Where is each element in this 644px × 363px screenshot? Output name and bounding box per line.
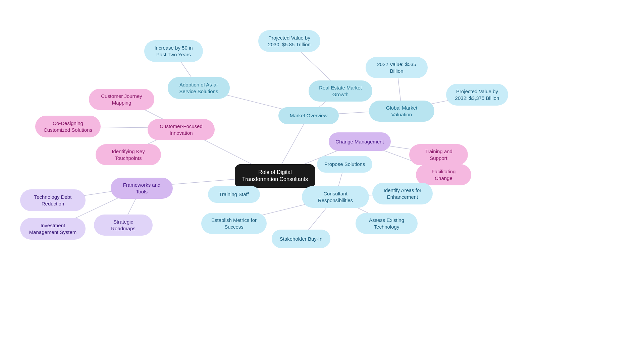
node-adoptionService: Adoption of As-a-Service Solutions (168, 77, 230, 99)
node-strategicRoadmaps: Strategic Roadmaps (94, 215, 153, 236)
node-projectedValue2032: Projected Value by 2032: $3,375 Billion (446, 84, 508, 106)
node-identifyingKey: Identifying Key Touchpoints (96, 144, 161, 165)
node-establishMetrics: Establish Metrics for Success (201, 213, 267, 234)
node-frameworksTools: Frameworks and Tools (111, 178, 173, 199)
node-assessExisting: Assess Existing Technology (356, 213, 418, 234)
node-trainingSupport: Training and Support (409, 144, 468, 165)
node-investmentMgmt: Investment Management System (20, 218, 86, 240)
node-customerJourney: Customer Journey Mapping (89, 89, 154, 110)
node-identifyAreas: Identify Areas for Enhancement (372, 183, 433, 204)
node-facilitatingChange: Facilitating Change (416, 164, 471, 185)
node-globalMarket: Global Market Valuation (369, 101, 434, 122)
node-trainingStaff: Training Staff (208, 186, 260, 203)
node-coDesigning: Co-Designing Customized Solutions (35, 116, 101, 137)
node-consultantResp: Consultant Responsibilities (302, 186, 369, 208)
node-stakeholderBuyIn: Stakeholder Buy-In (272, 230, 330, 248)
node-changeManagement: Change Management (329, 132, 391, 151)
node-center: Role of Digital Transformation Consultan… (235, 164, 315, 188)
node-value2022: 2022 Value: $535 Billion (366, 57, 428, 78)
node-projectedValue2030: Projected Value by 2030: $5.85 Trillion (258, 30, 320, 52)
node-techDebt: Technology Debt Reduction (20, 189, 86, 211)
node-proposeSolutions: Propose Solutions (317, 156, 372, 173)
node-marketOverview: Market Overview (278, 107, 339, 124)
mindmap-container: Role of Digital Transformation Consultan… (0, 0, 644, 363)
node-customerFocused: Customer-Focused Innovation (148, 119, 215, 140)
node-realEstate: Real Estate Market Growth (309, 80, 372, 102)
connections-svg (0, 0, 644, 363)
node-increaseBy50: Increase by 50 in Past Two Years (144, 40, 203, 62)
